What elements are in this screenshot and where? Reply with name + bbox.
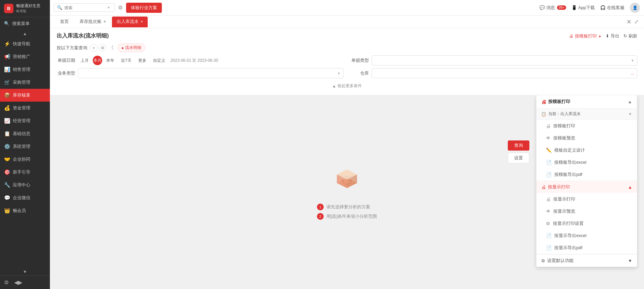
collapse-btn[interactable]: ▲ 收起更多条件 bbox=[57, 81, 637, 91]
filter-business-row: 业务类型 ▼ 仓库 ... bbox=[57, 68, 637, 78]
step-2-num: 2 bbox=[317, 213, 324, 220]
sidebar-item-marketing[interactable]: 📢 营销推广 bbox=[0, 50, 50, 63]
sidebar-collapse-icon[interactable]: ◀▶ bbox=[14, 279, 22, 286]
tab-home[interactable]: 首页 bbox=[55, 17, 74, 27]
sidebar-item-system[interactable]: ⚙️ 系统管理 bbox=[0, 140, 50, 153]
online-service-label: 在线客服 bbox=[607, 5, 624, 11]
quick-nav-icon: ⚡ bbox=[4, 41, 10, 47]
refresh-btn[interactable]: ↻ 刷新 bbox=[623, 33, 637, 39]
sidebar-item-inventory[interactable]: 📦 库存核算 bbox=[0, 89, 50, 102]
template-export-excel-label: 按模板导出excel bbox=[554, 159, 586, 165]
print-dropdown-panel: 🖨 按模板打印 ▲ 📋 当前：出入库流水 ▼ 🖨 按模板打印 bbox=[536, 95, 637, 267]
sidebar-item-finance[interactable]: 💰 资金管理 bbox=[0, 102, 50, 114]
dropdown-item-display-export-excel[interactable]: 📄 按显示导出excel bbox=[536, 230, 637, 242]
dropdown-item-display-export-pdf[interactable]: 📄 按显示导出pdf bbox=[536, 242, 637, 254]
date-btn-last-month[interactable]: 上月 bbox=[78, 57, 91, 64]
display-print-icon: 🖨 bbox=[546, 196, 551, 202]
filter-date-row: 单据日期 上月 本月 本年 近7天 更多 自定义 2023-06-01 至 20… bbox=[57, 55, 637, 65]
display-section-title[interactable]: 🖨 按显示打印 ▲ bbox=[536, 181, 637, 193]
sidebar-item-beginner[interactable]: 🎯 新手引导 bbox=[0, 166, 50, 179]
empty-state: 1 请先选择要分析的方案 2 用[选]条件来缩小分析范围 bbox=[317, 164, 377, 220]
dropdown-item-template-print[interactable]: 🖨 按模板打印 bbox=[536, 120, 637, 132]
industry-btn[interactable]: 体验行业方案 bbox=[126, 3, 162, 13]
warehouse-more-btn[interactable]: ... bbox=[631, 71, 634, 76]
basic-icon: 📋 bbox=[4, 131, 10, 137]
tab-batch-close[interactable]: × bbox=[104, 19, 106, 24]
dropdown-item-template-custom[interactable]: ✏️ 模板自定义设计 bbox=[536, 144, 637, 156]
tab-batch[interactable]: 库存批次账 × bbox=[75, 17, 111, 27]
sub-header-chevron[interactable]: ▼ bbox=[628, 112, 632, 116]
sidebar-item-operations[interactable]: 📈 经营管理 bbox=[0, 114, 50, 127]
topbar-search-input[interactable] bbox=[64, 5, 105, 10]
topbar-search-box[interactable]: 🔍 ▼ bbox=[54, 3, 115, 12]
dropdown-item-template-preview[interactable]: 👁 按模板预览 bbox=[536, 132, 637, 144]
query-settings-area: 查询 设置 bbox=[508, 140, 529, 163]
filter-collapse-btn[interactable]: 《 bbox=[108, 44, 115, 52]
dropdown-controls: ▲ bbox=[627, 99, 632, 104]
dropdown-item-display-print[interactable]: 🖨 按显示打印 bbox=[536, 193, 637, 205]
sidebar-item-basic[interactable]: 📋 基础信息 bbox=[0, 127, 50, 140]
tab-expand-icon[interactable]: ⤢ bbox=[634, 19, 639, 25]
filter-warehouse-select[interactable]: ... bbox=[372, 68, 637, 78]
filter-settings-btn[interactable]: ⚙ bbox=[99, 44, 106, 52]
sidebar-nav: ⚡ 快捷导航 📢 营销推广 📊 销售管理 🛒 采购管理 📦 库存核算 💰 资金管… bbox=[0, 37, 50, 268]
filter-add-btn[interactable]: ＋ bbox=[90, 44, 97, 52]
sidebar-item-label: 采购管理 bbox=[13, 79, 30, 85]
sidebar-item-enterprise[interactable]: 🤝 企业协同 bbox=[0, 153, 50, 166]
sidebar-scroll-down[interactable]: ▼ bbox=[0, 268, 50, 275]
print-chevron-up-icon: ▲ bbox=[598, 34, 602, 38]
tab-flow-close[interactable]: × bbox=[141, 19, 143, 24]
sidebar-item-label: 畅会员 bbox=[13, 208, 26, 214]
dropdown-item-template-export-pdf[interactable]: 📄 按模板导出pdf bbox=[536, 168, 637, 181]
sidebar-item-wechat[interactable]: 💬 企业微信 bbox=[0, 191, 50, 204]
sidebar: B 畅捷通好生意 标准版 🔍 搜索菜单 ▲ ⚡ 快捷导航 📢 营销推广 📊 销售… bbox=[0, 0, 50, 289]
tab-flow[interactable]: 出入库流水 × bbox=[112, 17, 148, 27]
topbar-search-dropdown-icon[interactable]: ▼ bbox=[107, 6, 110, 9]
sidebar-item-apps[interactable]: 🔧 应用中心 bbox=[0, 179, 50, 191]
print-label: 按模板打印 bbox=[575, 33, 597, 39]
print-btn[interactable]: 🖨 按模板打印 ▲ bbox=[569, 33, 602, 39]
date-btn-custom[interactable]: 自定义 bbox=[150, 57, 168, 64]
sidebar-search[interactable]: 🔍 搜索菜单 bbox=[0, 17, 50, 30]
settings-btn[interactable]: 设置 bbox=[508, 153, 529, 163]
sidebar-item-label: 销售管理 bbox=[13, 67, 30, 73]
display-preview-label: 按显示预览 bbox=[553, 208, 575, 214]
dropdown-footer[interactable]: ⚙ 设置默认功能 ▼ bbox=[536, 254, 637, 267]
sidebar-settings-icon[interactable]: ⚙ bbox=[4, 279, 9, 286]
date-btn-7days[interactable]: 近7天 bbox=[118, 57, 134, 64]
date-btn-this-month[interactable]: 本月 bbox=[93, 56, 102, 65]
dropdown-chevron-up-btn[interactable]: ▲ bbox=[627, 99, 632, 104]
svg-point-7 bbox=[350, 180, 352, 182]
display-section-chevron: ▲ bbox=[628, 185, 632, 190]
filter-tag-liushui[interactable]: ● 流水明细 bbox=[118, 44, 145, 52]
collapse-icon: ▲ bbox=[332, 84, 336, 88]
message-btn[interactable]: 💬 消息 99+ bbox=[539, 5, 566, 11]
sidebar-item-sales[interactable]: 📊 销售管理 bbox=[0, 63, 50, 76]
user-avatar[interactable]: 👤 bbox=[630, 3, 640, 13]
display-preview-icon: 👁 bbox=[546, 209, 551, 214]
export-btn[interactable]: ⬇ 导出 bbox=[606, 33, 619, 39]
sidebar-item-quick-nav[interactable]: ⚡ 快捷导航 bbox=[0, 37, 50, 50]
online-service-btn[interactable]: 🎧 在线客服 bbox=[600, 5, 624, 11]
sidebar-scroll-up[interactable]: ▲ bbox=[0, 30, 50, 37]
tab-close-window-icon[interactable]: ✕ bbox=[626, 18, 632, 26]
sidebar-item-purchase[interactable]: 🛒 采购管理 bbox=[0, 76, 50, 89]
display-export-excel-icon: 📄 bbox=[546, 233, 552, 238]
sidebar-item-label: 应用中心 bbox=[13, 182, 30, 188]
app-download-btn[interactable]: 📱 App下载 bbox=[572, 5, 595, 11]
display-section-icon: 🖨 bbox=[541, 184, 546, 190]
dropdown-item-display-preview[interactable]: 👁 按显示预览 bbox=[536, 205, 637, 217]
dropdown-item-template-export-excel[interactable]: 📄 按模板导出excel bbox=[536, 156, 637, 168]
purchase-icon: 🛒 bbox=[4, 79, 10, 85]
topbar-gear-icon[interactable]: ⚙ bbox=[118, 4, 123, 11]
sidebar-item-member[interactable]: 👑 畅会员 bbox=[0, 204, 50, 217]
date-btn-this-year[interactable]: 本年 bbox=[104, 57, 117, 64]
logo-sub: 标准版 bbox=[16, 9, 40, 14]
query-btn[interactable]: 查询 bbox=[508, 140, 529, 151]
date-btn-more[interactable]: 更多 bbox=[136, 57, 149, 64]
filter-area: 按以下方案查询 ＋ ⚙ 《 ● 流水明细 单据日期 上月 本月 本年 近7天 更… bbox=[50, 40, 644, 95]
sidebar-item-label: 经营管理 bbox=[13, 118, 30, 124]
filter-business-select[interactable]: ▼ bbox=[78, 68, 344, 78]
filter-type-select[interactable]: ▼ bbox=[372, 55, 637, 65]
dropdown-item-display-settings[interactable]: ⚙ 按显示打印设置 bbox=[536, 217, 637, 230]
